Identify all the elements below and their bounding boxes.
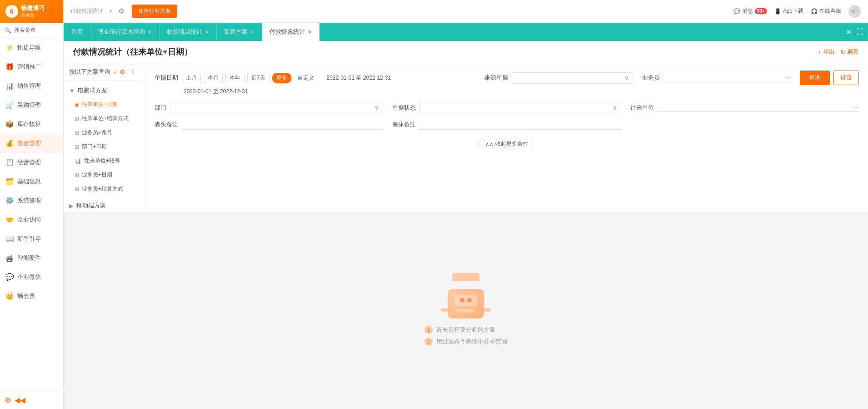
filter-body-note: 表体备注 bbox=[392, 120, 621, 130]
trial-button[interactable]: 体验行业方案 bbox=[132, 5, 177, 18]
export-button[interactable]: ↑ 导出 bbox=[818, 48, 835, 56]
filter-date: 单据日期 上月 本月 本年 近7天 更多 自定义 bbox=[155, 73, 318, 83]
scheme-item-icon-unit-account: 📊 bbox=[75, 158, 81, 164]
sidebar-item-wechat[interactable]: 💬 企业微信 bbox=[0, 268, 63, 287]
partner-dots[interactable]: ··· bbox=[853, 103, 859, 111]
tab-bank-close[interactable]: ✕ bbox=[148, 29, 152, 35]
scheme-mobile-label: 移动端方案 bbox=[76, 202, 106, 210]
tab-payment[interactable]: 付款情况统计 ✕ bbox=[262, 23, 319, 41]
sidebar-item-system[interactable]: ⚙️ 系统管理 bbox=[0, 191, 63, 210]
sidebar-item-capital[interactable]: 💰 资金管理 bbox=[0, 134, 63, 153]
filter-source: 来源单据 ∨ bbox=[484, 72, 633, 84]
sidebar: 6 畅捷通巧 标准版 🔍 搜索菜单 ⚡ 快捷导航 🎁 营销推广 📊 销售管理 🛒… bbox=[0, 0, 64, 409]
sidebar-item-marketing[interactable]: 🎁 营销推广 bbox=[0, 57, 63, 76]
date-btn-custom[interactable]: 自定义 bbox=[294, 73, 318, 83]
page-actions: ↑ 导出 ↻ 刷新 bbox=[818, 48, 859, 56]
refresh-button[interactable]: ↻ 刷新 bbox=[840, 48, 859, 56]
scheme-settings-button[interactable]: ⚙ bbox=[120, 68, 125, 76]
date-btn-7days[interactable]: 近7天 bbox=[247, 73, 269, 83]
messages-label: 消息 bbox=[742, 7, 753, 15]
scheme-item-label: 业务员+日期 bbox=[82, 171, 112, 179]
scheme-item-staff-settle[interactable]: ⊞ 业务员+结算方式 bbox=[64, 182, 145, 196]
refresh-icon: ↻ bbox=[840, 49, 845, 56]
messages-button[interactable]: 💬 消息 99+ bbox=[733, 7, 767, 15]
filter-dept: 部门 ∨ bbox=[155, 102, 383, 113]
collapse-button[interactable]: ∧∧ 收起更多条件 bbox=[479, 138, 534, 150]
scheme-item-unit-date[interactable]: ◉ 往来单位+日期 bbox=[64, 97, 145, 111]
body-note-input[interactable] bbox=[419, 120, 621, 130]
sidebar-item-basic[interactable]: 🗂️ 基础信息 bbox=[0, 172, 63, 191]
tab-new-scheme[interactable]: 新建方案 ✕ bbox=[217, 23, 262, 41]
setting-button[interactable]: 设置 bbox=[833, 71, 859, 85]
page-title: 付款情况统计（往来单位+日期） bbox=[73, 46, 192, 57]
query-button[interactable]: 查询 bbox=[800, 71, 830, 85]
app-label: App下载 bbox=[783, 7, 803, 15]
collapse-sidebar-icon[interactable]: ◀◀ bbox=[15, 396, 25, 404]
date-range-row: 2022-01-01 至 2022-12-31 bbox=[155, 88, 859, 96]
date-btn-this-month[interactable]: 本月 bbox=[204, 73, 223, 83]
topbar-gear-icon[interactable]: ⚙ bbox=[118, 7, 125, 15]
message-icon: 💬 bbox=[733, 8, 740, 15]
service-button[interactable]: 🎧 在线客服 bbox=[811, 7, 841, 15]
sidebar-item-label: 企业微信 bbox=[17, 273, 41, 281]
scheme-item-staff-account[interactable]: ⊞ 业务员+账号 bbox=[64, 126, 145, 140]
scheme-desktop-group: ▼ 电脑端方案 ◉ 往来单位+日期 ⊞ 往来单位+结算方式 ⊞ 业务员+账号 bbox=[64, 81, 145, 199]
tab-bank[interactable]: 现金银行流水查询 ✕ bbox=[90, 23, 160, 41]
guide-icon: 📖 bbox=[5, 235, 14, 243]
date-label: 单据日期 bbox=[155, 74, 178, 82]
sidebar-item-member[interactable]: 👑 畅会员 bbox=[0, 287, 63, 306]
sidebar-item-sales[interactable]: 📊 销售管理 bbox=[0, 76, 63, 96]
scheme-add-button[interactable]: + bbox=[113, 68, 117, 76]
staff-dots[interactable]: ··· bbox=[785, 74, 791, 82]
sidebar-item-operation[interactable]: 📋 经营管理 bbox=[0, 153, 63, 172]
capital-icon: 💰 bbox=[5, 139, 14, 147]
tab-receipts[interactable]: 收款情况统计 ✕ bbox=[160, 23, 217, 41]
scheme-item-icon-staff-settle: ⊞ bbox=[75, 186, 79, 192]
source-select[interactable]: ∨ bbox=[512, 72, 633, 84]
settings-icon[interactable]: ⚙ bbox=[5, 396, 11, 404]
tab-expand-icon[interactable]: ⛶ bbox=[856, 28, 863, 36]
sidebar-item-enterprise[interactable]: 🤝 企业协同 bbox=[0, 210, 63, 229]
sidebar-item-label: 资金管理 bbox=[17, 139, 41, 147]
scheme-item-staff-date[interactable]: ⊞ 业务员+日期 bbox=[64, 168, 145, 182]
sidebar-item-quick-nav[interactable]: ⚡ 快捷导航 bbox=[0, 38, 63, 57]
scheme-collapse-button[interactable]: 《 bbox=[128, 68, 135, 76]
scheme-item-label: 往来单位+结算方式 bbox=[82, 115, 129, 122]
user-avatar[interactable]: Rit bbox=[848, 5, 861, 18]
date-btn-prev-month[interactable]: 上月 bbox=[182, 73, 201, 83]
empty-state: 1 请先选择要分析的方案 2 用过滤条件来缩小分析范围 bbox=[424, 273, 507, 349]
status-select[interactable]: ∨ bbox=[419, 102, 621, 113]
scheme-mobile-group[interactable]: ▶ 移动端方案 bbox=[64, 199, 145, 212]
tab-receipts-close[interactable]: ✕ bbox=[205, 29, 209, 35]
sidebar-search[interactable]: 🔍 搜索菜单 bbox=[0, 23, 63, 38]
breadcrumb-text: 付款情况统计 bbox=[70, 7, 103, 15]
body-note-label: 表体备注 bbox=[392, 121, 416, 129]
empty-tips: 1 请先选择要分析的方案 2 用过滤条件来缩小分析范围 bbox=[424, 326, 507, 349]
scheme-item-unit-settle[interactable]: ⊞ 往来单位+结算方式 bbox=[64, 111, 145, 126]
tab-close-all-icon[interactable]: ✕ bbox=[846, 28, 852, 36]
message-badge: 99+ bbox=[755, 8, 767, 14]
tab-payment-close[interactable]: ✕ bbox=[308, 29, 312, 35]
collapse-label: 收起更多条件 bbox=[495, 140, 528, 148]
scheme-item-label: 往来单位+账号 bbox=[84, 157, 120, 165]
tip-text-2: 用过滤条件来缩小分析范围 bbox=[436, 338, 507, 346]
dept-label: 部门 bbox=[155, 104, 166, 112]
sidebar-item-purchase[interactable]: 🛒 采购管理 bbox=[0, 96, 63, 115]
app-download-button[interactable]: 📱 App下载 bbox=[774, 7, 803, 15]
date-btn-more[interactable]: 更多 bbox=[272, 73, 291, 83]
tab-home[interactable]: 首页 bbox=[64, 23, 90, 41]
date-btn-this-year[interactable]: 本年 bbox=[225, 73, 244, 83]
sidebar-item-guide[interactable]: 📖 新手引导 bbox=[0, 229, 63, 248]
dept-select[interactable]: ∨ bbox=[170, 102, 383, 113]
sidebar-item-label: 基础信息 bbox=[17, 177, 41, 186]
scheme-item-unit-account[interactable]: 📊 往来单位+账号 bbox=[64, 154, 145, 168]
sidebar-item-hardware[interactable]: 🖨️ 智能硬件 bbox=[0, 248, 63, 268]
scheme-item-dept-date[interactable]: ⊞ 部门+日期 bbox=[64, 140, 145, 154]
scheme-item-label: 往来单位+日期 bbox=[82, 101, 118, 108]
sidebar-item-inventory[interactable]: 📦 库存核算 bbox=[0, 115, 63, 134]
scheme-desktop-header[interactable]: ▼ 电脑端方案 bbox=[64, 84, 145, 97]
head-note-input[interactable] bbox=[182, 120, 383, 130]
partner-input: ··· bbox=[658, 103, 859, 112]
enterprise-icon: 🤝 bbox=[5, 216, 14, 224]
tab-new-scheme-close[interactable]: ✕ bbox=[250, 29, 254, 35]
